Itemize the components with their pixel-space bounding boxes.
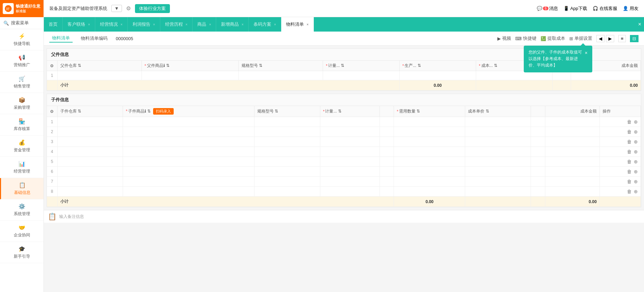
- child-row-7-qty[interactable]: [394, 177, 465, 187]
- child-row-4-product[interactable]: [123, 147, 255, 157]
- delete-row-5-btn[interactable]: 🗑: [627, 159, 632, 164]
- child-row-5-warehouse[interactable]: [57, 157, 123, 167]
- child-row-7-product[interactable]: [123, 177, 255, 187]
- delete-row-1-btn[interactable]: 🗑: [627, 119, 632, 125]
- child-row-5-unit[interactable]: [320, 157, 380, 167]
- child-row-7-unit[interactable]: [320, 177, 380, 187]
- child-row-6-warehouse[interactable]: [57, 167, 123, 177]
- sidebar-item-marketing[interactable]: 📢 营销推广: [0, 50, 44, 72]
- view-video-btn[interactable]: ▶ 视频: [497, 35, 511, 42]
- child-row-1-unit[interactable]: [320, 117, 380, 127]
- delete-row-2-btn[interactable]: 🗑: [627, 129, 632, 135]
- sort-child-qty[interactable]: *需用数量 ⇅: [397, 108, 420, 114]
- sort-spec[interactable]: 规格型号 ⇅: [242, 63, 262, 69]
- child-row-3-unit[interactable]: [320, 137, 380, 147]
- sidebar-item-quicknav[interactable]: ⚡ 快捷导航: [0, 29, 44, 50]
- tab-bom[interactable]: 物料清单 ×: [281, 17, 314, 32]
- child-row-3-qty[interactable]: [394, 137, 465, 147]
- trial-btn[interactable]: 体验行业方案: [135, 4, 170, 13]
- copy-row-5-btn[interactable]: ⊕: [634, 159, 638, 164]
- child-row-2-unit-cost[interactable]: [465, 127, 531, 137]
- child-row-5-spec[interactable]: [254, 157, 320, 167]
- tab-goods-close[interactable]: ×: [209, 23, 211, 26]
- tooltip-close-btn[interactable]: ×: [585, 49, 587, 57]
- child-row-1-warehouse[interactable]: [57, 117, 123, 127]
- tab-goods[interactable]: 商品 ×: [193, 17, 216, 32]
- copy-row-2-btn[interactable]: ⊕: [634, 129, 638, 135]
- parent-row-1-spec[interactable]: [238, 71, 323, 80]
- copy-row-8-btn[interactable]: ⊕: [634, 189, 638, 194]
- sidebar-search[interactable]: 🔍 搜索菜单: [0, 17, 44, 29]
- sidebar-item-finance[interactable]: 💰 资金管理: [0, 136, 44, 157]
- parent-row-1-unit[interactable]: [323, 71, 399, 80]
- sidebar-item-basicinfo[interactable]: 📋 基础信息: [0, 178, 44, 199]
- sidebar-item-system[interactable]: ⚙️ 系统管理: [0, 199, 44, 221]
- tab-operations[interactable]: 经营情况 ×: [95, 17, 128, 32]
- child-row-4-unit-cost[interactable]: [465, 147, 531, 157]
- child-row-4-qty[interactable]: [394, 147, 465, 157]
- child-row-1-spec[interactable]: [254, 117, 320, 127]
- child-row-3-unit-cost[interactable]: [465, 137, 531, 147]
- child-row-8-warehouse[interactable]: [57, 187, 123, 197]
- tab-barcode-close[interactable]: ×: [274, 23, 276, 26]
- grid-view-btn[interactable]: ⊟: [630, 35, 639, 42]
- tabs-more-btn[interactable]: ×: [635, 21, 644, 27]
- tabs-close-all-icon[interactable]: ×: [638, 21, 641, 27]
- notes-text[interactable]: 输入备注信息: [59, 214, 84, 220]
- dropdown-btn[interactable]: ▼: [111, 5, 122, 12]
- app-download-btn[interactable]: 📱 App下载: [564, 5, 587, 12]
- online-service-btn[interactable]: 🎧 在线客服: [593, 5, 617, 12]
- child-row-8-unit-cost[interactable]: [465, 187, 531, 197]
- child-row-8-spec[interactable]: [254, 187, 320, 197]
- child-th-settings[interactable]: ⚙: [47, 106, 57, 117]
- sidebar-item-guide[interactable]: 🎓 新手引导: [0, 242, 44, 263]
- prev-btn[interactable]: ◀: [596, 35, 605, 42]
- sort-child-spec[interactable]: 规格型号 ⇅: [257, 108, 278, 114]
- child-row-5-unit-cost[interactable]: [465, 157, 531, 167]
- list-view-btn[interactable]: ≡: [618, 35, 626, 42]
- child-row-6-unit[interactable]: [320, 167, 380, 177]
- tab-customer[interactable]: 客户联络 ×: [63, 17, 95, 32]
- sidebar-item-operations[interactable]: 📊 经营管理: [0, 157, 44, 178]
- delete-row-8-btn[interactable]: 🗑: [627, 189, 632, 194]
- child-row-8-product[interactable]: [123, 187, 255, 197]
- child-row-8-qty[interactable]: [394, 187, 465, 197]
- child-row-4-spec[interactable]: [254, 147, 320, 157]
- child-row-6-product[interactable]: [123, 167, 255, 177]
- sort-parent-product[interactable]: *父件商品ℹ ⇅: [145, 63, 170, 69]
- tab-history-close[interactable]: ×: [186, 23, 188, 26]
- sort-child-product[interactable]: *子件商品ℹ ⇅: [126, 108, 151, 114]
- child-row-3-warehouse[interactable]: [57, 137, 123, 147]
- tab-profit-close[interactable]: ×: [153, 23, 155, 26]
- child-row-1-qty[interactable]: [394, 117, 465, 127]
- child-row-7-unit-cost[interactable]: [465, 177, 531, 187]
- child-row-7-spec[interactable]: [254, 177, 320, 187]
- child-row-6-spec[interactable]: [254, 167, 320, 177]
- settings-gear-icon[interactable]: ⚙: [126, 5, 131, 12]
- tab-profit[interactable]: 利润报告 ×: [128, 17, 160, 32]
- child-row-2-warehouse[interactable]: [57, 127, 123, 137]
- delete-row-7-btn[interactable]: 🗑: [627, 179, 632, 184]
- child-row-3-spec[interactable]: [254, 137, 320, 147]
- sort-child-unit-cost[interactable]: 成本单价 ⇅: [468, 108, 489, 114]
- child-row-1-unit-cost[interactable]: [465, 117, 531, 127]
- child-row-4-warehouse[interactable]: [57, 147, 123, 157]
- copy-row-4-btn[interactable]: ⊕: [634, 149, 638, 154]
- child-row-1-product[interactable]: [123, 117, 255, 127]
- copy-row-7-btn[interactable]: ⊕: [634, 179, 638, 184]
- sidebar-item-purchase[interactable]: 📦 采购管理: [0, 93, 44, 114]
- sidebar-item-collab[interactable]: 🤝 企业协同: [0, 221, 44, 242]
- delete-row-3-btn[interactable]: 🗑: [627, 139, 632, 144]
- tab-barcode[interactable]: 条码方案 ×: [249, 17, 281, 32]
- tab-add-goods[interactable]: 新增商品 ×: [216, 17, 249, 32]
- copy-row-1-btn[interactable]: ⊕: [634, 119, 638, 125]
- tab-operations-close[interactable]: ×: [121, 23, 123, 26]
- copy-row-3-btn[interactable]: ⊕: [634, 139, 638, 144]
- delete-row-4-btn[interactable]: 🗑: [627, 149, 632, 154]
- subheader-tab2[interactable]: 物料清单编码: [78, 35, 110, 42]
- child-row-6-unit-cost[interactable]: [465, 167, 531, 177]
- delete-row-6-btn[interactable]: 🗑: [627, 169, 632, 174]
- message-btn[interactable]: 💬 6 消息: [537, 5, 558, 12]
- subheader-tab1[interactable]: 物料清单: [49, 34, 73, 43]
- tab-bom-close[interactable]: ×: [307, 23, 309, 26]
